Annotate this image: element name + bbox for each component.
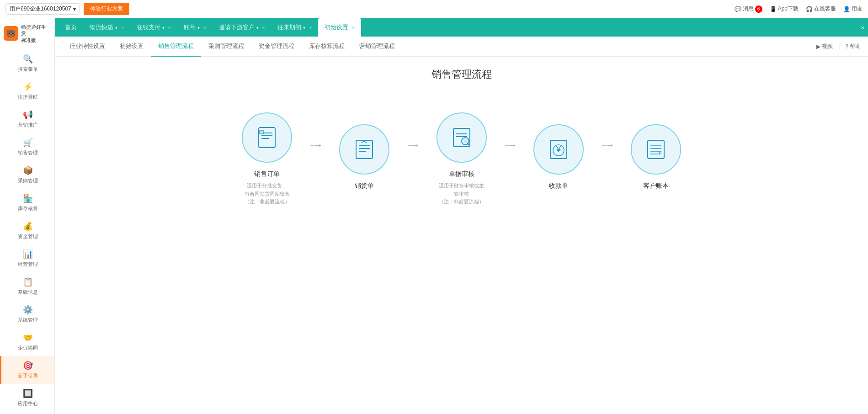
- appcenter-icon: 🔲: [23, 388, 33, 398]
- sidebar-item-sales[interactable]: 🛒 销售管理: [0, 133, 54, 161]
- sidebar-item-appcenter[interactable]: 🔲 应用中心: [0, 384, 54, 412]
- user-name: 用友: [852, 5, 863, 13]
- flow-label-ledger: 客户账本: [643, 182, 669, 190]
- nav-tab-account-label: 账号: [184, 23, 196, 32]
- nav-tab-initial[interactable]: 初始设置 ×: [318, 18, 361, 37]
- flow-item-audit[interactable]: 单据审核 适用于财务审核或主管审核（注：非必要流程）: [421, 112, 503, 206]
- system-icon: ⚙️: [23, 305, 33, 315]
- nav-tab-account[interactable]: 账号 ▾ ×: [177, 18, 213, 37]
- sidebar-item-label: 营销推广: [18, 122, 38, 128]
- sidebar-item-purchase[interactable]: 📦 采购管理: [0, 161, 54, 189]
- user-avatar-link[interactable]: 👤 用友: [843, 5, 863, 13]
- nav-tab-period-label: 往来期初: [277, 23, 301, 32]
- sidebar-item-label: 基础信息: [18, 289, 38, 296]
- flow-arrow-2: --→: [407, 139, 419, 179]
- sidebar-item-basic-info[interactable]: 📋 基础信息: [0, 272, 54, 300]
- sub-tab-sales-flow-label: 销售管理流程: [158, 42, 194, 50]
- sub-tab-finance-flow[interactable]: 资金管理流程: [251, 37, 302, 57]
- sidebar-item-label: 资金管理: [18, 233, 38, 240]
- nav-tab-period[interactable]: 往来期初 ▾ ×: [271, 18, 318, 37]
- nav-tab-home-label: 首页: [65, 23, 77, 32]
- video-icon: ▶: [816, 43, 820, 50]
- app-download-link[interactable]: 📱 App下载: [770, 5, 799, 13]
- sidebar-item-system[interactable]: ⚙️ 系统管理: [0, 300, 54, 328]
- flow-arrow-3: --→: [505, 139, 516, 179]
- flow-label-sales-order: 销售订单: [254, 170, 280, 178]
- sub-tab-initial-label: 初始设置: [120, 42, 144, 50]
- operations-icon: 📊: [23, 249, 33, 259]
- help-label: 帮助: [850, 42, 861, 50]
- nav-close-all[interactable]: ×: [861, 24, 864, 31]
- logistics-close-icon[interactable]: ×: [121, 25, 124, 30]
- flow-circle-ledger: ¥: [631, 124, 681, 175]
- sub-tabs-right: ▶ 视频 | ? 帮助: [816, 42, 861, 50]
- sub-tab-purchase-flow[interactable]: 采购管理流程: [201, 37, 251, 57]
- svg-rect-18: [648, 140, 664, 159]
- nav-tab-invite[interactable]: 邀请下游客户 ▾ ×: [213, 18, 272, 37]
- nav-tab-payment[interactable]: 在线支付 ▾ ×: [130, 18, 177, 37]
- sidebar-item-inventory[interactable]: 🏪 库存核算: [0, 189, 54, 217]
- guide-icon: 🎯: [23, 361, 33, 371]
- nav-tab-logistics-label: 物流快递: [90, 23, 113, 32]
- flow-item-delivery[interactable]: 销货单: [323, 124, 405, 194]
- sidebar-item-label: 系统管理: [18, 317, 38, 324]
- message-link[interactable]: 💬 消息 6: [735, 5, 762, 13]
- help-link[interactable]: ? 帮助: [845, 42, 861, 50]
- sub-tab-inventory-flow[interactable]: 库存核算流程: [302, 37, 352, 57]
- help-icon: ?: [845, 43, 848, 50]
- content-area: 首页 物流快递 ▾ × 在线支付 ▾ × 账号 ▾ × 邀请下游客户 ▾ ×: [55, 18, 868, 414]
- inventory-icon: 🏪: [23, 193, 33, 203]
- video-link[interactable]: ▶ 视频: [816, 42, 833, 50]
- sidebar-item-guide[interactable]: 🎯 新手引导: [0, 356, 54, 384]
- sub-tab-initial[interactable]: 初始设置: [112, 37, 151, 57]
- sidebar-item-search[interactable]: 🔍 搜索菜单: [0, 49, 54, 77]
- sidebar-item-marketing[interactable]: 📢 营销推广: [0, 105, 54, 133]
- flow-desc-sales-order: 适用于分批发货、有合同发货周期较长（注：非必要流程）: [245, 182, 290, 206]
- logo-icon: 🐻: [4, 26, 18, 41]
- basic-info-icon: 📋: [23, 277, 33, 287]
- sidebar-item-quicknav[interactable]: ⚡ 快捷导航: [0, 77, 54, 105]
- invite-close-icon[interactable]: ×: [262, 25, 265, 30]
- payment-close-icon[interactable]: ×: [168, 25, 171, 30]
- sub-tab-sales-flow[interactable]: 销售管理流程: [151, 37, 201, 57]
- sidebar: 🐻 畅捷通好生意 标准版 🔍 搜索菜单 ⚡ 快捷导航 📢 营销推广 🛒 销售管理…: [0, 18, 55, 414]
- trial-button[interactable]: 体验行业方案: [84, 3, 129, 15]
- sidebar-logo: 🐻 畅捷通好生意 标准版: [0, 18, 54, 49]
- sales-icon: 🛒: [23, 138, 33, 148]
- sidebar-item-label: 企业协同: [18, 345, 38, 351]
- logo-text: 畅捷通好生意 标准版: [21, 24, 51, 43]
- nav-tab-logistics[interactable]: 物流快递 ▾ ×: [83, 18, 130, 37]
- page-title: 销售管理流程: [66, 68, 857, 81]
- top-bar-right: 💬 消息 6 📱 App下载 🎧 在线客服 👤 用友: [735, 5, 863, 13]
- sidebar-item-operations[interactable]: 📊 经营管理: [0, 244, 54, 272]
- account-close-icon[interactable]: ×: [203, 25, 206, 30]
- sidebar-item-label: 采购管理: [18, 177, 38, 184]
- chevron-down-icon: ▾: [73, 6, 76, 12]
- sidebar-item-label: 库存核算: [18, 205, 38, 212]
- online-service-link[interactable]: 🎧 在线客服: [806, 5, 836, 13]
- nav-tabs: 首页 物流快递 ▾ × 在线支付 ▾ × 账号 ▾ × 邀请下游客户 ▾ ×: [55, 18, 868, 37]
- initial-close-icon[interactable]: ×: [352, 25, 355, 30]
- sidebar-item-label: 应用中心: [18, 400, 38, 407]
- period-close-icon[interactable]: ×: [309, 25, 312, 30]
- purchase-icon: 📦: [23, 165, 33, 175]
- page-content: 销售管理流程 销售订单 适用于分批发货、有合同发货周期较长（: [55, 57, 868, 414]
- nav-tab-initial-label: 初始设置: [325, 23, 348, 32]
- sub-tab-marketing-flow[interactable]: 营销管理流程: [352, 37, 402, 57]
- nav-tab-home[interactable]: 首页: [59, 18, 83, 37]
- flow-item-payment[interactable]: ¥ 收款单: [517, 124, 600, 194]
- svg-text:¥: ¥: [658, 151, 661, 156]
- sidebar-item-wechat[interactable]: 💬 企业微信: [0, 412, 54, 414]
- payment-arrow-icon: ▾: [162, 25, 165, 30]
- flow-item-ledger[interactable]: ¥ 客户账本: [615, 124, 697, 194]
- sidebar-item-cooperation[interactable]: 🤝 企业协同: [0, 328, 54, 356]
- sidebar-item-label: 销售管理: [18, 149, 38, 156]
- search-icon: 🔍: [23, 54, 33, 64]
- sidebar-item-label: 经营管理: [18, 261, 38, 268]
- user-selector[interactable]: 用户690企业1660120507 ▾: [5, 3, 80, 15]
- flow-item-sales-order[interactable]: 销售订单 适用于分批发货、有合同发货周期较长（注：非必要流程）: [226, 112, 308, 206]
- flow-label-payment: 收款单: [549, 182, 568, 190]
- nav-tab-invite-label: 邀请下游客户: [219, 23, 255, 32]
- sidebar-item-finance[interactable]: 💰 资金管理: [0, 217, 54, 244]
- sub-tab-industry[interactable]: 行业特性设置: [62, 37, 112, 57]
